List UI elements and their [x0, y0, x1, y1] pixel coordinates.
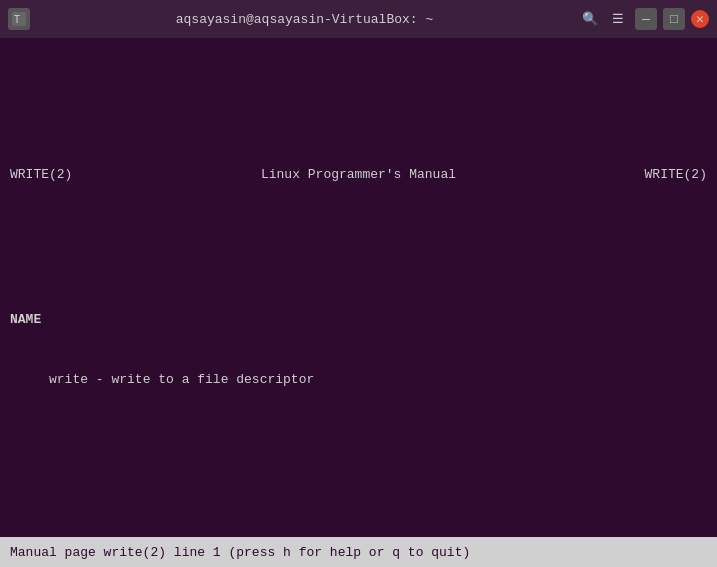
status-text: Manual page write(2) line 1 (press h for… [10, 545, 470, 560]
header-left: WRITE(2) [10, 165, 72, 185]
name-body: write - write to a file descriptor [10, 370, 707, 390]
name-section: NAME write - write to a file descriptor [10, 270, 707, 431]
header-center: Linux Programmer's Manual [261, 165, 456, 185]
menu-button[interactable]: ☰ [607, 8, 629, 30]
svg-text:T: T [14, 14, 20, 25]
header-right: WRITE(2) [645, 165, 707, 185]
title-bar: T aqsayasin@aqsayasin-VirtualBox: ~ 🔍 ☰ … [0, 0, 717, 38]
manpage-header: WRITE(2) Linux Programmer's Manual WRITE… [10, 165, 707, 185]
title-bar-controls[interactable]: 🔍 ☰ — □ ✕ [579, 8, 709, 30]
terminal-icon: T [8, 8, 30, 30]
status-bar: Manual page write(2) line 1 (press h for… [0, 537, 717, 567]
maximize-button[interactable]: □ [663, 8, 685, 30]
title-bar-left: T [8, 8, 30, 30]
window-title: aqsayasin@aqsayasin-VirtualBox: ~ [30, 12, 579, 27]
close-button[interactable]: ✕ [691, 10, 709, 28]
search-button[interactable]: 🔍 [579, 8, 601, 30]
name-title: NAME [10, 310, 707, 330]
terminal-content: WRITE(2) Linux Programmer's Manual WRITE… [0, 38, 717, 537]
minimize-button[interactable]: — [635, 8, 657, 30]
manpage-content: WRITE(2) Linux Programmer's Manual WRITE… [10, 84, 707, 537]
